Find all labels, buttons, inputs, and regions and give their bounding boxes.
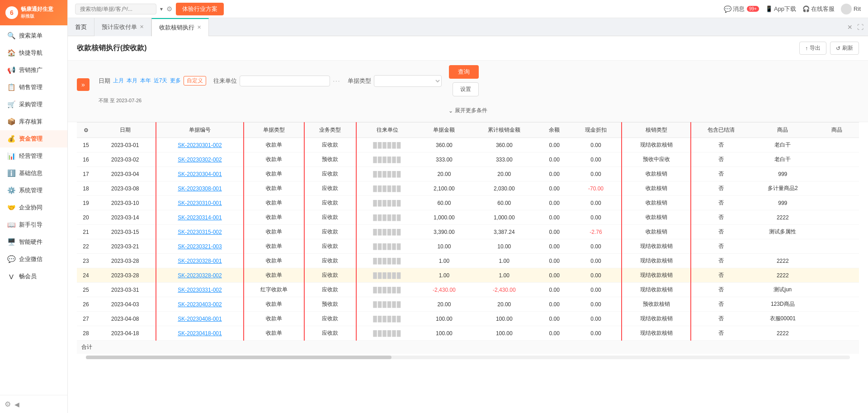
- sidebar-item-basic[interactable]: ℹ️ 基础信息: [0, 165, 67, 182]
- expand-conditions-btn[interactable]: ⌄ 展开更多条件: [448, 107, 487, 114]
- col-date[interactable]: 日期: [95, 123, 156, 138]
- cell-balance: 0.00: [538, 283, 571, 297]
- sidebar-item-system[interactable]: ⚙️ 系统管理: [0, 182, 67, 199]
- col-cash-discount[interactable]: 现金折扣: [571, 123, 622, 138]
- cell-balance: 0.00: [538, 268, 571, 283]
- sidebar-item-member[interactable]: V 畅会员: [0, 268, 67, 285]
- user-item[interactable]: Rit: [841, 4, 861, 14]
- col-biz-type[interactable]: 业务类型: [304, 123, 356, 138]
- bill-num-link[interactable]: SK-20230321-003: [178, 243, 222, 250]
- cell-counterparty: ██████: [356, 196, 418, 210]
- collapse-icon[interactable]: ◀: [14, 401, 19, 408]
- sidebar-item-guide[interactable]: 📖 新手引导: [0, 216, 67, 233]
- message-item[interactable]: 💬 消息 99+: [724, 5, 759, 13]
- bill-num-link[interactable]: SK-20230331-002: [178, 287, 222, 293]
- export-button[interactable]: ↑ 导出: [799, 42, 826, 55]
- table-row: 26 2023-04-03 SK-20230403-002 收款单 预收款 ██…: [77, 297, 859, 312]
- col-product2[interactable]: 商品: [815, 123, 859, 138]
- horizontal-scrollbar[interactable]: [86, 356, 850, 359]
- solution-button[interactable]: 体验行业方案: [176, 3, 224, 15]
- sidebar-item-enterprise[interactable]: 🤝 企业协同: [0, 199, 67, 216]
- table-row: 19 2023-03-10 SK-20230310-001 收款单 应收款 ██…: [77, 196, 859, 210]
- topbar-dropdown-btn[interactable]: ▾: [160, 6, 163, 12]
- col-setting[interactable]: ⚙: [77, 123, 95, 138]
- col-cancel-type[interactable]: 核销类型: [622, 123, 691, 138]
- query-button[interactable]: 查询: [449, 65, 479, 79]
- logo-name: 畅康通好生意: [21, 6, 53, 13]
- gear-bottom-icon[interactable]: ⚙: [5, 400, 11, 408]
- cell-bill-amount: 10.00: [418, 239, 470, 254]
- counterparty-dots[interactable]: ···: [333, 77, 340, 84]
- bill-num-link[interactable]: SK-20230302-002: [178, 157, 222, 163]
- cell-date: 2023-03-01: [95, 138, 156, 152]
- tab-prepay-close[interactable]: ✕: [140, 24, 144, 30]
- topbar-gear-icon[interactable]: ⚙: [166, 5, 172, 13]
- sidebar-item-wechat[interactable]: 💬 企业微信: [0, 251, 67, 268]
- cell-cancel-type: 收款核销: [622, 196, 691, 210]
- tab-collection-close[interactable]: ✕: [197, 24, 201, 30]
- tab-home[interactable]: 首页: [68, 18, 94, 36]
- sidebar-item-hardware[interactable]: 🖥️ 智能硬件: [0, 233, 67, 251]
- bill-num-link[interactable]: SK-20230310-001: [178, 200, 222, 206]
- date-7days[interactable]: 近7天: [154, 77, 168, 85]
- table-wrapper[interactable]: ⚙ 日期 单据编号 单据类型 业务类型 往来单位 单据金额 累计核销金额 余额 …: [68, 122, 868, 413]
- date-custom-btn[interactable]: 自定义: [184, 76, 206, 85]
- date-more[interactable]: 更多: [170, 77, 181, 85]
- topbar-search-input[interactable]: [75, 4, 156, 14]
- hardware-icon: 🖥️: [7, 238, 15, 246]
- scrollbar-thumb[interactable]: [86, 356, 392, 359]
- cell-product: 老白干: [750, 138, 815, 152]
- sidebar-item-inventory[interactable]: 📦 库存核算: [0, 113, 67, 130]
- sidebar-item-sales[interactable]: 📋 销售管理: [0, 79, 67, 96]
- close-window-icon[interactable]: ✕: [847, 24, 853, 31]
- tab-prepay[interactable]: 预计应收付单 ✕: [94, 18, 151, 36]
- cell-counterparty: ██████: [356, 152, 418, 167]
- tab-collection[interactable]: 收款核销执行 ✕: [151, 18, 209, 36]
- cell-cancel-type: 收款核销: [622, 181, 691, 196]
- service-item[interactable]: 🎧 在线客服: [802, 5, 835, 13]
- counterparty-input[interactable]: [240, 76, 330, 86]
- cell-date: 2023-03-28: [95, 254, 156, 268]
- col-bill-type[interactable]: 单据类型: [244, 123, 304, 138]
- page-content: 收款核销执行(按收款) ↑ 导出 ↺ 刷新 » 日期: [68, 36, 868, 413]
- table-row: 22 2023-03-21 SK-20230321-003 收款单 应收款 ██…: [77, 239, 859, 254]
- col-counterparty[interactable]: 往来单位: [356, 123, 418, 138]
- sidebar-item-finance[interactable]: 💰 资金管理: [0, 130, 67, 147]
- sidebar-item-purchase[interactable]: 🛒 采购管理: [0, 96, 67, 113]
- bill-num-link[interactable]: SK-20230418-001: [178, 330, 222, 337]
- bill-num-link[interactable]: SK-20230315-002: [178, 229, 222, 235]
- col-bill-amount[interactable]: 单据金额: [418, 123, 470, 138]
- date-this-year[interactable]: 本年: [140, 77, 151, 85]
- bill-num-link[interactable]: SK-20230314-001: [178, 214, 222, 221]
- sidebar-item-search[interactable]: 🔍 搜索菜单: [0, 27, 67, 44]
- table-row: 25 2023-03-31 SK-20230331-002 红字收款单 应收款 …: [77, 283, 859, 297]
- col-include-settled[interactable]: 包含已结清: [691, 123, 750, 138]
- col-product[interactable]: 商品: [750, 123, 815, 138]
- bill-num-link[interactable]: SK-20230328-002: [178, 272, 222, 279]
- sidebar-label-inventory: 库存核算: [19, 118, 42, 126]
- bill-num-link[interactable]: SK-20230308-001: [178, 185, 222, 192]
- date-last-month[interactable]: 上月: [113, 77, 124, 85]
- guide-icon: 📖: [7, 221, 15, 229]
- date-this-month[interactable]: 本月: [127, 77, 137, 85]
- refresh-button[interactable]: ↺ 刷新: [830, 42, 859, 55]
- expand-window-icon[interactable]: ⛶: [857, 24, 863, 31]
- settings-button[interactable]: 设置: [453, 82, 479, 96]
- col-bill-num[interactable]: 单据编号: [156, 123, 244, 138]
- bill-num-link[interactable]: SK-20230403-002: [178, 301, 222, 308]
- bill-num-link[interactable]: SK-20230304-001: [178, 171, 222, 177]
- cell-biz-type: 应收款: [304, 210, 356, 225]
- sidebar-item-operations[interactable]: 📊 经营管理: [0, 147, 67, 165]
- dropdown-arrow-icon: ▾: [160, 6, 163, 12]
- sidebar-item-quick-nav[interactable]: 🏠 快捷导航: [0, 44, 67, 62]
- sidebar-item-marketing[interactable]: 📢 营销推广: [0, 62, 67, 79]
- cell-num: 20: [77, 210, 95, 225]
- col-balance[interactable]: 余额: [538, 123, 571, 138]
- bill-num-link[interactable]: SK-20230301-002: [178, 142, 222, 148]
- app-download-item[interactable]: 📱 App下载: [765, 5, 796, 13]
- billtype-select[interactable]: [374, 75, 442, 87]
- bill-num-link[interactable]: SK-20230408-001: [178, 316, 222, 322]
- filter-expand-left-btn[interactable]: »: [77, 78, 90, 91]
- bill-num-link[interactable]: SK-20230328-001: [178, 258, 222, 264]
- col-cancel-amount[interactable]: 累计核销金额: [470, 123, 538, 138]
